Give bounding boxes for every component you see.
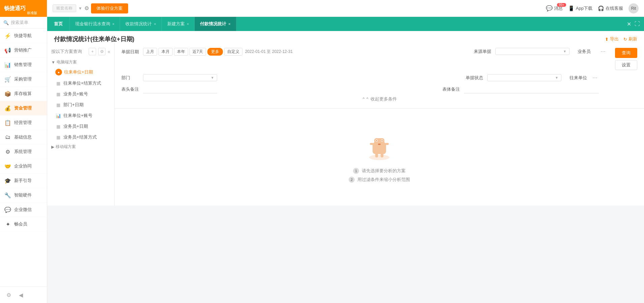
plan-item-dept-date[interactable]: ▦部门+日期 <box>47 99 114 110</box>
plan-item-staff-date[interactable]: ▦业务员+日期 <box>47 121 114 132</box>
plan-add-icon[interactable]: + <box>89 48 96 55</box>
export-btn[interactable]: ⬆ 导出 <box>605 36 619 42</box>
settings-bottom-icon[interactable]: ⚙ <box>4 290 13 300</box>
sidebar-item-purchase[interactable]: 🛒 采购管理 <box>0 72 47 87</box>
sidebar-item-quick-nav[interactable]: ⚡ 快捷导航 <box>0 29 47 43</box>
account-chevron-icon[interactable]: ▼ <box>78 6 82 11</box>
tab-bank-flow[interactable]: 现金银行流水查询× <box>70 17 120 31</box>
tab-home[interactable]: 首页 <box>47 17 70 31</box>
sidebar-item-basic-info[interactable]: 🗂 基础信息 <box>0 130 47 145</box>
tab-close-payment-stat[interactable]: × <box>228 22 230 26</box>
collapse-up-icon: ⌃⌃ <box>362 97 369 102</box>
plan-collapse-icon[interactable]: « <box>108 49 110 54</box>
settings-btn[interactable]: 设置 <box>615 60 637 70</box>
sidebar-item-sales[interactable]: 📊 销售管理 <box>0 58 47 72</box>
header-note-input[interactable] <box>143 85 217 93</box>
right-filter: 单据日期 上月 本月 本年 近7天 更多 自定义 2022-01-01 至 20… <box>115 43 644 109</box>
header-gear-icon[interactable]: ⚙ <box>84 5 89 11</box>
svg-rect-8 <box>370 143 373 145</box>
plan-settings-icon[interactable]: ⚙ <box>98 48 106 55</box>
filter-row-3: 表头备注 表体备注 <box>121 85 637 93</box>
svg-point-0 <box>369 155 389 160</box>
plan-items-container: ●往来单位+日期▦往来单位+结算方式▦业务员+账号▦部门+日期📊往来单位+账号▦… <box>47 66 114 143</box>
sidebar-item-inventory[interactable]: 📦 库存核算 <box>0 87 47 101</box>
svg-rect-11 <box>381 153 383 157</box>
user-name-text: Rit <box>631 6 636 11</box>
svg-rect-9 <box>385 143 389 145</box>
collapse-conditions-btn[interactable]: ⌃⌃ 收起更多条件 <box>121 93 637 103</box>
tab-bar-right: ✕ ⛶ <box>623 17 644 31</box>
this-year-btn[interactable]: 本年 <box>174 48 188 56</box>
fullscreen-icon[interactable]: ⛶ <box>635 21 640 27</box>
message-icon: 💬 <box>546 5 553 11</box>
body-note-label: 表体备注 <box>442 86 461 92</box>
empty-step-1: 1 请先选择要分析的方案 <box>353 168 406 174</box>
collapse-sidebar-icon[interactable]: ◀ <box>16 290 26 300</box>
sidebar-item-enterprise[interactable]: 🤝 企业协同 <box>0 159 47 174</box>
partner-dots[interactable]: ··· <box>591 74 599 81</box>
doc-status-select[interactable]: ▼ <box>487 74 561 81</box>
doc-status-group: 单据状态 ▼ <box>466 74 561 81</box>
user-avatar[interactable]: Rit <box>628 3 639 13</box>
refresh-btn[interactable]: ↻ 刷新 <box>623 36 637 42</box>
last-month-btn[interactable]: 上月 <box>143 48 157 56</box>
sidebar-item-capital[interactable]: 💰 资金管理 <box>0 101 47 116</box>
logo-text: 畅捷通巧 <box>4 5 26 12</box>
mobile-section[interactable]: ▶ 移动端方案 <box>47 143 114 151</box>
partner-date-icon: ● <box>55 69 62 75</box>
account-name[interactable]: 账套名称 <box>53 4 76 12</box>
partner-label: 往来单位 <box>569 75 588 81</box>
tab-close-new-plan[interactable]: × <box>187 22 189 26</box>
sidebar-item-guide[interactable]: 🎓 新手引导 <box>0 174 47 188</box>
desktop-section-title[interactable]: ▼ 电脑端方案 <box>47 58 114 66</box>
sidebar-label-sales: 销售管理 <box>14 62 32 68</box>
sidebar-item-sys-mgmt[interactable]: ⚙ 系统管理 <box>0 145 47 159</box>
dept-select[interactable]: ▼ <box>143 74 217 81</box>
custom-btn[interactable]: 自定义 <box>224 48 242 56</box>
last-7-days-btn[interactable]: 近7天 <box>189 48 206 56</box>
plan-item-partner-date[interactable]: ●往来单位+日期 <box>47 66 114 78</box>
sidebar-item-wechat[interactable]: 💬 企业微信 <box>0 203 47 217</box>
main-split: 按以下方案查询 + ⚙ « ▼ 电脑端方案 ●往来单位+日期▦往来单位+结算方式… <box>47 43 644 206</box>
right-content: 单据日期 上月 本月 本年 近7天 更多 自定义 2022-01-01 至 20… <box>115 43 644 206</box>
tab-receipt-stat[interactable]: 收款情况统计× <box>120 17 162 31</box>
message-btn[interactable]: 💬 99+ 消息 <box>546 5 563 11</box>
close-all-tabs-icon[interactable]: ✕ <box>627 21 631 27</box>
trial-btn[interactable]: 体验行业方案 <box>91 3 128 13</box>
sidebar-item-smart-hw[interactable]: 🔧 智能硬件 <box>0 188 47 203</box>
plan-item-staff-account[interactable]: ▦业务员+账号 <box>47 89 114 99</box>
tab-close-bank-flow[interactable]: × <box>112 22 114 26</box>
more-btn[interactable]: 更多 <box>207 48 223 56</box>
action-buttons: 查询 设置 <box>615 48 637 70</box>
plan-item-partner-account[interactable]: 📊往来单位+账号 <box>47 110 114 121</box>
plan-item-staff-settle[interactable]: ▦业务员+结算方式 <box>47 132 114 143</box>
sidebar-item-member[interactable]: ✦ 畅会员 <box>0 217 47 232</box>
svg-point-6 <box>382 140 383 141</box>
filter-row-2: 部门 ▼ 单据状态 ▼ <box>121 74 637 81</box>
sidebar-item-marketing[interactable]: 📢 营销推广 <box>0 43 47 58</box>
tab-close-receipt-stat[interactable]: × <box>154 22 156 26</box>
body-note-input[interactable] <box>464 85 599 93</box>
source-doc-select[interactable]: ▼ <box>495 48 569 55</box>
staff-dots[interactable]: ··· <box>599 48 607 55</box>
sidebar-label-guide: 新手引导 <box>14 178 32 184</box>
page-actions-row: 付款情况统计(往来单位+日期) ⬆ 导出 ↻ 刷新 <box>47 31 644 43</box>
plan-panel: 按以下方案查询 + ⚙ « ▼ 电脑端方案 ●往来单位+日期▦往来单位+结算方式… <box>47 43 115 206</box>
sidebar-search[interactable]: 🔍 搜索菜单 <box>0 17 47 29</box>
sidebar-label-basic-info: 基础信息 <box>14 134 32 140</box>
step1-text: 请先选择要分析的方案 <box>362 168 406 174</box>
marketing-icon: 📢 <box>4 47 11 54</box>
query-btn[interactable]: 查询 <box>615 48 637 58</box>
online-service-btn[interactable]: 🎧 在线客服 <box>598 5 623 11</box>
empty-state-illustration <box>362 129 396 162</box>
sidebar-item-operations[interactable]: 📋 经营管理 <box>0 116 47 130</box>
tab-payment-stat[interactable]: 付款情况统计× <box>195 17 236 31</box>
plan-item-partner-settle[interactable]: ▦往来单位+结算方式 <box>47 78 114 89</box>
capital-icon: 💰 <box>4 104 11 112</box>
tab-label-new-plan: 新建方案 <box>167 21 185 27</box>
plan-panel-icons: + ⚙ « <box>89 48 110 55</box>
app-download-btn[interactable]: 📱 App下载 <box>568 5 592 11</box>
this-month-btn[interactable]: 本月 <box>158 48 173 56</box>
tab-new-plan[interactable]: 新建方案× <box>162 17 195 31</box>
header-note-group: 表头备注 <box>121 85 217 93</box>
